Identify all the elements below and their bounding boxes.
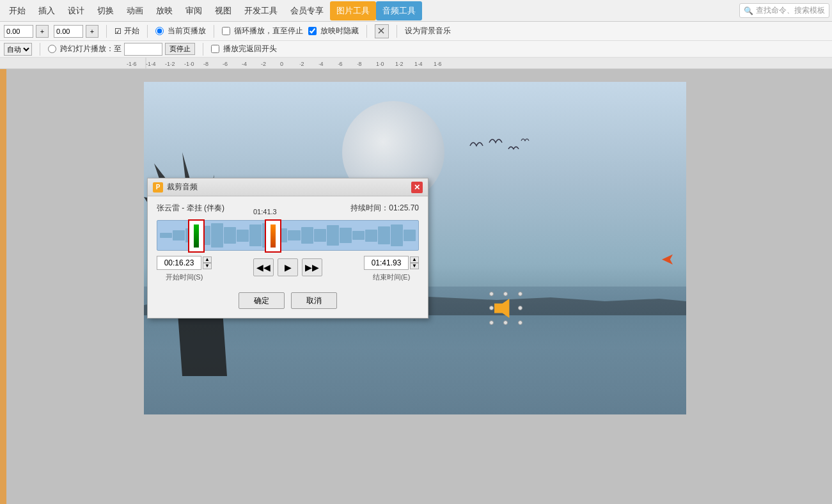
wave-bar bbox=[249, 224, 262, 246]
start-time-input[interactable] bbox=[157, 256, 201, 270]
selection-dot-tm bbox=[503, 292, 508, 296]
divider6 bbox=[40, 43, 40, 56]
selection-dot-bl bbox=[489, 320, 494, 325]
menu-design[interactable]: 设计 bbox=[61, 1, 91, 20]
loop-checkbox[interactable] bbox=[222, 27, 230, 35]
cross-slide-input[interactable] bbox=[124, 43, 162, 56]
wave-bar bbox=[378, 226, 390, 245]
menu-animate[interactable]: 动画 bbox=[120, 1, 150, 20]
rewind-btn[interactable]: ◀◀ bbox=[253, 258, 274, 276]
current-page-radio[interactable] bbox=[155, 27, 164, 35]
ruler-svg: -1·6 -1·4 -1·2 -1·0 -8 -6 -4 -2 0 ·2 ·4 … bbox=[0, 58, 832, 69]
divider4 bbox=[366, 25, 367, 38]
divider5 bbox=[396, 25, 397, 38]
end-time-spin: ▲ ▼ bbox=[410, 256, 419, 269]
auto-select[interactable]: 自动 bbox=[4, 43, 32, 56]
replay-checkbox[interactable] bbox=[211, 45, 219, 53]
svg-text:-1·0: -1·0 bbox=[184, 61, 194, 67]
toolbar-row1: + + ☑ 开始 当前页播放 循环播放，直至停止 放映时隐藏 设为背景音乐 bbox=[0, 22, 832, 41]
search-label: 查找命令、搜索模板 bbox=[756, 5, 825, 16]
checkbox-start-icon: ☑ bbox=[114, 27, 122, 36]
svg-text:-1·2: -1·2 bbox=[165, 61, 175, 67]
menu-picture-tools[interactable]: 图片工具 bbox=[330, 1, 376, 20]
menu-review[interactable]: 审阅 bbox=[179, 1, 208, 20]
wave-bar bbox=[340, 228, 352, 244]
wave-bar bbox=[404, 230, 416, 240]
start-group: ☑ 开始 bbox=[114, 26, 139, 36]
canvas-area: ➤ ➤ P 裁剪音频 ✕ 张云雷 - 牵挂 (伴奏) 持续时间：01:25.70 bbox=[0, 69, 832, 504]
menu-play[interactable]: 放映 bbox=[150, 1, 179, 20]
marker-time-display: 01:41.3 bbox=[253, 208, 277, 216]
hide-checkbox[interactable] bbox=[308, 27, 317, 35]
auto-select-group: 自动 bbox=[4, 43, 32, 56]
svg-text:1·6: 1·6 bbox=[434, 61, 442, 67]
wave-bar bbox=[327, 225, 339, 246]
playback-controls: ◀◀ ▶ ▶▶ bbox=[212, 256, 364, 276]
end-time-down[interactable]: ▼ bbox=[410, 263, 419, 269]
end-time-group: ▲ ▼ 结束时间(E) bbox=[364, 256, 419, 282]
menu-start[interactable]: 开始 bbox=[3, 1, 32, 20]
svg-text:-1·6: -1·6 bbox=[127, 61, 137, 67]
divider2 bbox=[147, 25, 148, 38]
selection-dot-br bbox=[518, 320, 522, 325]
trim-icon-btn[interactable] bbox=[375, 24, 389, 38]
cross-slide-radio[interactable] bbox=[48, 45, 56, 53]
search-icon: 🔍 bbox=[744, 6, 753, 15]
end-time-input-box: ▲ ▼ bbox=[364, 256, 419, 270]
time-add-btn-2[interactable]: + bbox=[86, 25, 98, 38]
controls-row: ▲ ▼ 开始时间(S) ◀◀ ▶ ▶▶ bbox=[157, 256, 419, 282]
menu-member[interactable]: 会员专享 bbox=[284, 1, 330, 20]
svg-text:1·2: 1·2 bbox=[395, 61, 404, 67]
audio-icon-container[interactable] bbox=[489, 292, 522, 325]
menu-view[interactable]: 视图 bbox=[208, 1, 238, 20]
current-page-group: 当前页播放 bbox=[155, 26, 206, 36]
svg-text:-6: -6 bbox=[223, 61, 228, 67]
svg-text:1·4: 1·4 bbox=[414, 61, 423, 67]
left-marker[interactable] bbox=[188, 219, 205, 253]
time-add-btn-1[interactable]: + bbox=[36, 25, 49, 38]
dialog-close-btn[interactable]: ✕ bbox=[411, 182, 423, 193]
end-time-label: 结束时间(E) bbox=[373, 272, 411, 282]
divider1 bbox=[106, 25, 107, 38]
dialog-body: 张云雷 - 牵挂 (伴奏) 持续时间：01:25.70 bbox=[148, 196, 428, 318]
svg-text:-8: -8 bbox=[203, 61, 208, 67]
svg-text:-2: -2 bbox=[261, 61, 266, 67]
end-time-input[interactable] bbox=[364, 256, 409, 270]
wave-bar bbox=[391, 224, 403, 246]
menu-devtools[interactable]: 开发工具 bbox=[238, 1, 284, 20]
selection-dot-tr bbox=[518, 292, 522, 296]
dialog-info-row: 张云雷 - 牵挂 (伴奏) 持续时间：01:25.70 bbox=[157, 203, 419, 214]
selection-dot-bm bbox=[503, 320, 508, 325]
wave-bar bbox=[352, 231, 365, 239]
wave-bar bbox=[160, 233, 172, 238]
time-input-2[interactable] bbox=[54, 25, 83, 38]
cancel-button[interactable]: 取消 bbox=[291, 292, 337, 309]
right-marker[interactable]: 01:41.3 bbox=[265, 219, 281, 253]
menu-insert[interactable]: 插入 bbox=[32, 1, 61, 20]
start-time-down[interactable]: ▼ bbox=[203, 263, 212, 269]
wave-bar bbox=[211, 223, 223, 248]
menu-audio-tools[interactable]: 音频工具 bbox=[376, 1, 422, 20]
forward-btn[interactable]: ▶▶ bbox=[302, 258, 322, 276]
play-btn[interactable]: ▶ bbox=[278, 258, 298, 276]
loop-label: 循环播放，直至停止 bbox=[234, 26, 303, 36]
selection-dot-tl bbox=[489, 292, 494, 296]
page-stop-btn[interactable]: 页停止 bbox=[165, 43, 195, 55]
dialog-titlebar[interactable]: P 裁剪音频 ✕ bbox=[148, 178, 428, 196]
svg-text:·6: ·6 bbox=[338, 61, 343, 67]
start-time-up[interactable]: ▲ bbox=[203, 256, 212, 263]
wave-bar bbox=[314, 229, 326, 242]
time-input-1[interactable] bbox=[4, 25, 33, 38]
search-box[interactable]: 🔍 查找命令、搜索模板 bbox=[739, 3, 829, 18]
svg-text:·2: ·2 bbox=[299, 61, 304, 67]
replay-label: 播放完返回开头 bbox=[223, 43, 277, 54]
end-time-up[interactable]: ▲ bbox=[410, 256, 419, 263]
trim-track[interactable]: 01:41.3 bbox=[157, 220, 419, 251]
selection-dot-ml bbox=[489, 306, 494, 310]
menu-switch[interactable]: 切换 bbox=[91, 1, 120, 20]
wave-bar bbox=[301, 227, 313, 244]
set-bg-label: 设为背景音乐 bbox=[405, 26, 451, 36]
confirm-button[interactable]: 确定 bbox=[239, 292, 285, 309]
start-time-input-box: ▲ ▼ bbox=[157, 256, 212, 270]
wave-bar bbox=[173, 230, 185, 240]
